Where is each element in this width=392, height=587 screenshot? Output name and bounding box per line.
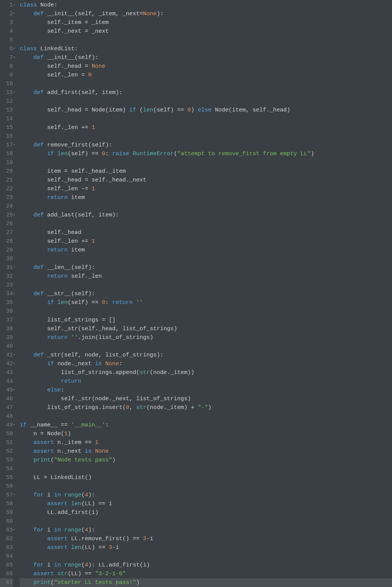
code-line[interactable]: if len(self) == 0: raise RuntimeError("a… xyxy=(20,150,392,158)
code-line[interactable]: def _str(self, node, list_of_strings): xyxy=(20,351,392,360)
code-editor[interactable]: 1▾2▾3456▾7▾891011▾121314151617▾181920212… xyxy=(0,0,392,587)
code-token xyxy=(20,247,47,253)
fold-toggle-icon[interactable]: ▾ xyxy=(13,88,15,97)
code-line[interactable]: assert LL.remove_first() == 3-i xyxy=(20,535,392,543)
code-line[interactable]: assert len(LL) == i xyxy=(20,500,392,508)
code-line[interactable]: self._next = _next xyxy=(20,27,392,36)
code-line[interactable]: self._len += 1 xyxy=(20,237,392,246)
line-number: 22 xyxy=(0,185,13,193)
code-token: list_of_strings.insert( xyxy=(20,404,126,411)
code-line[interactable] xyxy=(20,517,392,526)
code-line[interactable]: return item xyxy=(20,193,392,202)
code-token: def xyxy=(33,291,47,297)
code-line[interactable] xyxy=(20,307,392,316)
code-line[interactable]: list_of_strings.insert(0, str(node._item… xyxy=(20,403,392,412)
code-line[interactable] xyxy=(20,97,392,106)
fold-toggle-icon[interactable]: ▾ xyxy=(13,526,15,535)
code-line[interactable]: else: xyxy=(20,386,392,395)
fold-toggle-icon[interactable]: ▾ xyxy=(13,141,15,150)
fold-toggle-icon[interactable]: ▾ xyxy=(13,360,15,368)
code-line[interactable]: self._len -= 1 xyxy=(20,185,392,193)
fold-toggle-icon[interactable]: ▾ xyxy=(13,45,15,53)
code-line[interactable]: def __len__(self): xyxy=(20,263,392,272)
code-line[interactable] xyxy=(20,412,392,421)
fold-toggle-icon[interactable]: ▾ xyxy=(13,386,15,395)
fold-toggle-icon[interactable]: ▾ xyxy=(13,290,15,298)
code-line[interactable]: assert n._item == 1 xyxy=(20,438,392,447)
code-line[interactable]: self._head = None xyxy=(20,62,392,71)
code-line[interactable]: for i in range(4): xyxy=(20,526,392,535)
code-line[interactable] xyxy=(20,465,392,473)
code-line[interactable]: return xyxy=(20,377,392,386)
code-line[interactable] xyxy=(20,220,392,228)
code-line[interactable]: def __init__(self, _item, _next=None): xyxy=(20,10,392,18)
code-line[interactable] xyxy=(20,158,392,167)
code-line[interactable]: def __init__(self): xyxy=(20,53,392,62)
code-line[interactable] xyxy=(20,115,392,123)
code-line[interactable]: self._item = _item xyxy=(20,18,392,27)
code-line[interactable]: def remove_first(self): xyxy=(20,141,392,150)
line-number: 17▾ xyxy=(0,141,13,150)
code-line[interactable] xyxy=(20,482,392,491)
code-line[interactable]: list_of_strings.append(str(node._item)) xyxy=(20,368,392,377)
code-line[interactable]: return ''.join(list_of_strings) xyxy=(20,333,392,342)
code-line[interactable] xyxy=(20,80,392,88)
code-line[interactable]: LL.add_first(i) xyxy=(20,508,392,517)
fold-toggle-icon[interactable]: ▾ xyxy=(13,1,15,10)
code-line[interactable]: self._len = 0 xyxy=(20,71,392,80)
code-token: def xyxy=(33,264,47,271)
code-line[interactable]: return self._len xyxy=(20,272,392,281)
code-token: list_of_strings = [] xyxy=(20,317,116,323)
code-line[interactable] xyxy=(20,202,392,211)
code-line[interactable]: assert len(LL) == 3-i xyxy=(20,543,392,552)
code-line[interactable] xyxy=(20,342,392,351)
code-line[interactable]: self._head xyxy=(20,228,392,237)
code-line[interactable]: def add_first(self, item): xyxy=(20,88,392,97)
code-line[interactable]: print("Node tests pass") xyxy=(20,456,392,465)
code-line[interactable]: n = Node(1) xyxy=(20,430,392,438)
code-line[interactable]: print("starter LL tests pass!") xyxy=(20,578,392,587)
code-line[interactable]: def add_last(self, item): xyxy=(20,211,392,220)
code-line[interactable] xyxy=(20,132,392,141)
line-number: 4 xyxy=(0,27,13,36)
fold-toggle-icon[interactable]: ▾ xyxy=(13,53,15,62)
code-line[interactable]: if len(self) == 0: return '' xyxy=(20,298,392,307)
code-line[interactable]: return item xyxy=(20,246,392,255)
fold-toggle-icon[interactable]: ▾ xyxy=(13,263,15,272)
fold-toggle-icon[interactable]: ▾ xyxy=(13,421,15,430)
code-line[interactable]: self._head = self._head._next xyxy=(20,176,392,185)
code-token xyxy=(20,334,47,341)
code-token xyxy=(20,212,33,218)
code-line[interactable]: if node._next is None: xyxy=(20,360,392,368)
fold-toggle-icon[interactable]: ▾ xyxy=(13,10,15,18)
code-line[interactable]: self._str(self._head, list_of_strings) xyxy=(20,325,392,333)
code-line[interactable]: assert n._next is None xyxy=(20,447,392,456)
code-line[interactable]: class Node: xyxy=(20,1,392,10)
code-line[interactable]: self._len += 1 xyxy=(20,123,392,132)
code-line[interactable]: list_of_strings = [] xyxy=(20,316,392,325)
code-line[interactable]: def __str__(self): xyxy=(20,290,392,298)
code-token: (LL) == xyxy=(68,571,95,577)
code-line[interactable] xyxy=(20,255,392,263)
code-line[interactable] xyxy=(20,552,392,561)
fold-toggle-icon[interactable]: ▾ xyxy=(13,351,15,360)
code-line[interactable]: if __name__ == '__main__': xyxy=(20,421,392,430)
code-token: 3 xyxy=(143,536,146,542)
code-token: n._next xyxy=(57,448,85,455)
fold-toggle-icon[interactable]: ▾ xyxy=(13,491,15,500)
code-area[interactable]: class Node: def __init__(self, _item, _n… xyxy=(16,0,392,587)
code-line[interactable]: for i in range(4): xyxy=(20,491,392,500)
code-line[interactable] xyxy=(20,36,392,45)
code-line[interactable] xyxy=(20,281,392,290)
code-token: : xyxy=(105,299,112,306)
code-token: list_of_strings.append( xyxy=(20,369,140,376)
code-token: self._len += xyxy=(20,124,92,131)
fold-toggle-icon[interactable]: ▾ xyxy=(13,211,15,220)
code-line[interactable]: item = self._head._item xyxy=(20,167,392,176)
code-line[interactable]: class LinkedList: xyxy=(20,45,392,53)
code-line[interactable]: assert str(LL) == "3-2-1-0" xyxy=(20,570,392,578)
code-line[interactable]: LL = LinkedList() xyxy=(20,473,392,482)
code-line[interactable]: self._str(node._next, list_of_strings) xyxy=(20,395,392,403)
code-line[interactable]: for i in range(4): LL.add_first(i) xyxy=(20,561,392,570)
code-line[interactable]: self._head = Node(item) if (len(self) ==… xyxy=(20,106,392,115)
